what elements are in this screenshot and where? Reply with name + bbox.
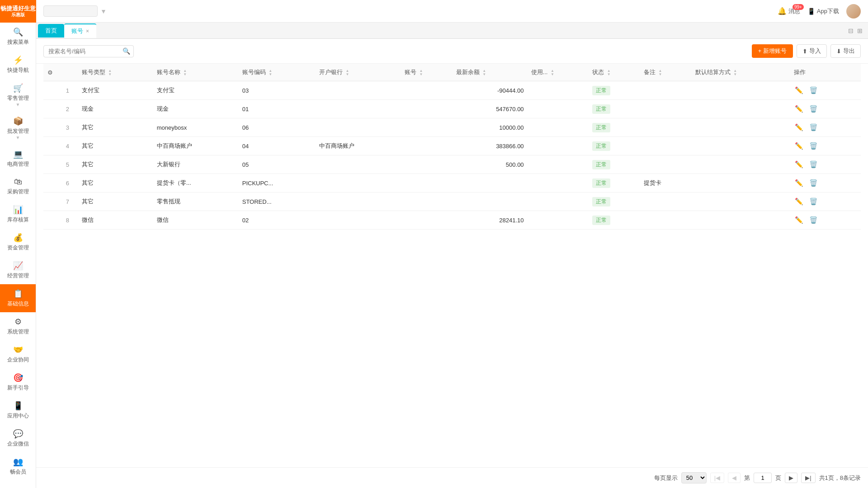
top-dropdown-icon[interactable]: ▼ xyxy=(100,8,107,15)
delete-button[interactable]: 🗑️ xyxy=(808,197,819,206)
row-index: 7 xyxy=(57,192,78,211)
edit-button[interactable]: ✏️ xyxy=(794,104,804,114)
sort-icon-code: ▲▼ xyxy=(269,69,272,76)
guide-icon: 🎯 xyxy=(13,373,23,383)
sort-icon-balance: ▲▼ xyxy=(482,69,486,76)
col-name[interactable]: 账号名称 ▲▼ xyxy=(153,64,239,81)
delete-button[interactable]: 🗑️ xyxy=(808,178,819,188)
row-remark: 提货卡 xyxy=(640,174,692,192)
col-bank[interactable]: 开户银行 ▲▼ xyxy=(316,64,401,81)
app-download-label: App下载 xyxy=(817,7,839,15)
sidebar-item-wholesale[interactable]: 📦 批发管理 ▼ xyxy=(0,112,36,145)
tab-minimize-icon[interactable]: ⊟ xyxy=(848,27,854,34)
delete-button[interactable]: 🗑️ xyxy=(808,104,819,114)
first-page-button[interactable]: |◀ xyxy=(710,473,724,483)
tab-close-icon[interactable]: × xyxy=(86,28,89,34)
row-actions: ✏️ 🗑️ xyxy=(790,174,861,192)
sidebar-item-ecommerce[interactable]: 💻 电商管理 xyxy=(0,145,36,173)
status-badge: 正常 xyxy=(592,141,610,151)
top-search-wrap: ▼ xyxy=(43,5,107,17)
sidebar-item-label: 经营管理 xyxy=(7,272,29,280)
col-account[interactable]: 账号 ▲▼ xyxy=(401,64,453,81)
tab-bar: 首页 账号 × ⊟ ⊞ xyxy=(36,23,868,39)
col-usage[interactable]: 使用... ▲▼ xyxy=(528,64,589,81)
last-page-button[interactable]: ▶| xyxy=(801,473,815,483)
sidebar-item-label: 电商管理 xyxy=(7,160,29,168)
app-center-icon: 📱 xyxy=(13,401,23,411)
edit-button[interactable]: ✏️ xyxy=(794,178,804,188)
main-container: ▼ 🔔 消息 99+ 📱 App下载 首页 账号 × ⊟ ⊞ xyxy=(36,0,868,488)
row-remark xyxy=(640,155,692,174)
col-code[interactable]: 账号编码 ▲▼ xyxy=(239,64,316,81)
table-row: 8 微信 微信 02 28241.10 正常 ✏️ 🗑️ xyxy=(43,211,861,230)
export-icon: ⬇ xyxy=(836,48,841,55)
sidebar-item-wechat[interactable]: 💬 企业微信 xyxy=(0,424,36,452)
delete-button[interactable]: 🗑️ xyxy=(808,122,819,132)
import-button[interactable]: ⬆ 导入 xyxy=(797,44,827,58)
row-name: 微信 xyxy=(153,211,239,230)
sidebar-item-agreement[interactable]: 🤝 企业协同 xyxy=(0,340,36,368)
row-remark xyxy=(640,137,692,155)
sidebar-item-quick-nav[interactable]: ⚡ 快捷导航 xyxy=(0,51,36,79)
table-row: 3 其它 moneybosx 06 10000.00 正常 ✏️ 🗑️ xyxy=(43,118,861,137)
row-type: 其它 xyxy=(78,192,153,211)
edit-button[interactable]: ✏️ xyxy=(794,160,804,169)
delete-button[interactable]: 🗑️ xyxy=(808,141,819,151)
tab-home[interactable]: 首页 xyxy=(38,24,64,38)
export-button[interactable]: ⬇ 导出 xyxy=(830,44,861,58)
edit-button[interactable]: ✏️ xyxy=(794,197,804,206)
sidebar-item-finance[interactable]: 💰 资金管理 xyxy=(0,228,36,256)
app-download-button[interactable]: 📱 App下载 xyxy=(807,7,839,15)
row-account xyxy=(401,137,453,155)
add-account-button[interactable]: + 新增账号 xyxy=(752,44,793,58)
delete-button[interactable]: 🗑️ xyxy=(808,160,819,169)
row-remark xyxy=(640,100,692,118)
table-row: 7 其它 零售抵现 STORED... 正常 ✏️ 🗑️ xyxy=(43,192,861,211)
edit-button[interactable]: ✏️ xyxy=(794,85,804,95)
quick-nav-icon: ⚡ xyxy=(13,55,23,65)
col-gear[interactable]: ⚙ xyxy=(43,64,57,81)
toolbar-left: 🔍 xyxy=(43,45,134,57)
tab-account[interactable]: 账号 × xyxy=(64,23,96,38)
sidebar-item-basic-info[interactable]: 📋 基础信息 xyxy=(0,284,36,312)
search-icon[interactable]: 🔍 xyxy=(123,47,130,55)
col-default-payment[interactable]: 默认结算方式 ▲▼ xyxy=(692,64,790,81)
edit-button[interactable]: ✏️ xyxy=(794,141,804,151)
sidebar-item-app-center[interactable]: 📱 应用中心 xyxy=(0,396,36,424)
import-icon: ⬆ xyxy=(802,48,807,55)
sidebar-item-retail[interactable]: 🛒 零售管理 ▼ xyxy=(0,79,36,112)
sidebar-item-inventory[interactable]: 📊 库存核算 xyxy=(0,200,36,228)
col-balance[interactable]: 最新余额 ▲▼ xyxy=(453,64,528,81)
sidebar-item-member[interactable]: 👥 畅会员 xyxy=(0,452,36,480)
top-search-input[interactable] xyxy=(43,5,98,17)
row-index: 1 xyxy=(57,81,78,100)
edit-button[interactable]: ✏️ xyxy=(794,215,804,225)
col-status[interactable]: 状态 ▲▼ xyxy=(589,64,640,81)
sidebar-item-search-menu[interactable]: 🔍 搜索菜单 xyxy=(0,23,36,51)
next-page-button[interactable]: ▶ xyxy=(785,473,797,483)
row-balance: 10000.00 xyxy=(453,118,528,137)
row-name: 现金 xyxy=(153,100,239,118)
sidebar-item-purchase[interactable]: 🛍 采购管理 xyxy=(0,173,36,200)
page-size-select[interactable]: 50 10 20 100 xyxy=(681,472,707,483)
search-input[interactable] xyxy=(43,45,134,57)
row-bank xyxy=(316,174,401,192)
delete-button[interactable]: 🗑️ xyxy=(808,215,819,225)
user-avatar[interactable] xyxy=(846,4,861,19)
status-badge: 正常 xyxy=(592,160,610,169)
member-icon: 👥 xyxy=(13,457,23,467)
sidebar-item-operations[interactable]: 📈 经营管理 xyxy=(0,256,36,284)
sidebar-item-guide[interactable]: 🎯 新手引导 xyxy=(0,368,36,396)
col-type[interactable]: 账号类型 ▲▼ xyxy=(78,64,153,81)
notification-button[interactable]: 🔔 消息 99+ xyxy=(778,7,800,15)
col-remark[interactable]: 备注 ▲▼ xyxy=(640,64,692,81)
page-input[interactable] xyxy=(754,473,772,483)
tab-maximize-icon[interactable]: ⊞ xyxy=(857,27,863,34)
system-icon: ⚙ xyxy=(14,317,22,327)
prev-page-button[interactable]: ◀ xyxy=(728,473,741,483)
sidebar-item-system[interactable]: ⚙ 系统管理 xyxy=(0,312,36,340)
row-default-payment xyxy=(692,174,790,192)
row-index: 4 xyxy=(57,137,78,155)
edit-button[interactable]: ✏️ xyxy=(794,122,804,132)
delete-button[interactable]: 🗑️ xyxy=(808,85,819,95)
